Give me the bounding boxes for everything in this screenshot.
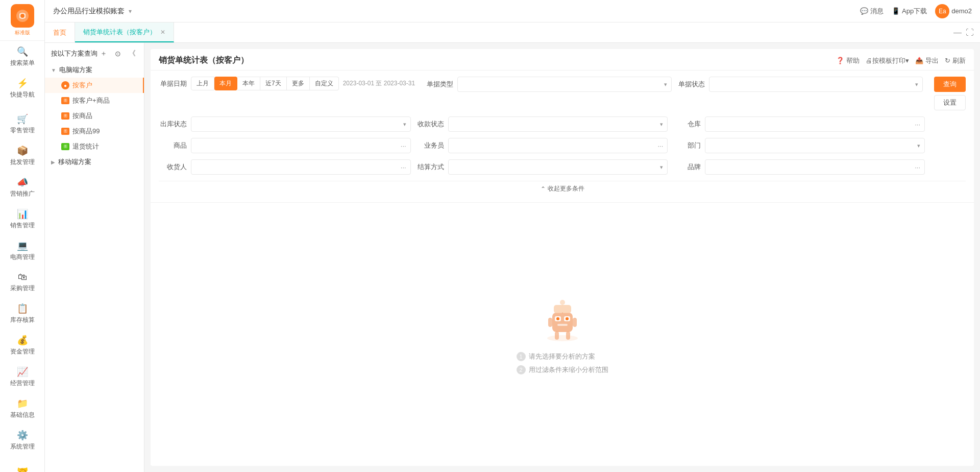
- add-scheme-btn[interactable]: ＋: [98, 48, 109, 59]
- tip-num-2: 2: [517, 365, 526, 374]
- scheme-item-return-stat[interactable]: 图 退货统计: [45, 139, 144, 154]
- date-this-month[interactable]: 本月: [214, 77, 237, 90]
- scheme-item-by-goods-99[interactable]: 图 按商品99: [45, 124, 144, 139]
- export-btn[interactable]: 📤 导出: [915, 56, 939, 65]
- sidebar-item-purchase[interactable]: 🛍 采购管理: [0, 267, 44, 298]
- goods-select[interactable]: ···: [191, 138, 411, 153]
- home-tab-label: 首页: [53, 28, 66, 37]
- sidebar-item-retail[interactable]: 🛒 零售管理: [0, 108, 44, 140]
- filter-item-receiver: 收货人 ···: [159, 159, 411, 175]
- brand-control: ···: [705, 159, 925, 175]
- scheme-item-by-customer-goods[interactable]: 图 按客户+商品: [45, 93, 144, 108]
- page-title-actions: ❓ 帮助 🖨 按模板打印 ▾ 📤 导出 ↻ 刷新: [836, 56, 966, 65]
- svg-point-6: [556, 317, 559, 320]
- sidebar-item-system[interactable]: ⚙️ 系统管理: [0, 424, 44, 456]
- ecom-icon: 💻: [17, 240, 28, 251]
- refresh-btn[interactable]: ↻ 刷新: [945, 56, 966, 65]
- sidebar-item-finance[interactable]: 💰 资金管理: [0, 329, 44, 361]
- date-this-year[interactable]: 本年: [237, 77, 260, 90]
- print-btn[interactable]: 🖨 按模板打印 ▾: [866, 56, 909, 65]
- sidebar-label-marketing: 营销推广: [10, 190, 35, 198]
- header-dropdown-icon[interactable]: ▾: [129, 8, 132, 15]
- date-last-7[interactable]: 近7天: [260, 77, 287, 90]
- filter-item-order-status: 单据状态 ▾: [677, 77, 923, 92]
- receiver-select[interactable]: ···: [191, 159, 411, 175]
- by-customer-label: 按客户: [72, 81, 92, 90]
- svg-rect-8: [557, 324, 568, 326]
- order-type-select[interactable]: ▾: [457, 77, 671, 92]
- tab-sales-stat[interactable]: 销货单统计表（按客户） ✕: [75, 22, 174, 42]
- page-title: 销货单统计表（按客户）: [159, 55, 249, 66]
- content-area: 销货单统计表（按客户） ❓ 帮助 🖨 按模板打印 ▾ 📤 导出: [151, 49, 974, 466]
- sidebar-label-purchase: 采购管理: [10, 284, 35, 293]
- sidebar-label-inventory: 库存核算: [10, 316, 35, 324]
- by-goods-99-icon: 图: [61, 128, 69, 135]
- maximize-btn[interactable]: ⛶: [966, 28, 974, 37]
- warehouse-select[interactable]: ···: [705, 116, 925, 132]
- retail-icon: 🛒: [17, 113, 28, 125]
- sidebar-item-wholesale[interactable]: 📦 批发管理: [0, 140, 44, 172]
- header: 办公用品行业模拟账套 ▾ 💬 消息 📱 App下载 Ea demo2: [45, 0, 980, 22]
- tab-spacer: [174, 22, 947, 42]
- tab-close-btn[interactable]: ✕: [160, 29, 165, 36]
- scheme-panel-header: 按以下方案查询 ＋ ⊙ 《: [45, 43, 144, 62]
- payment-status-arrow: ▾: [660, 121, 663, 128]
- brand-select[interactable]: ···: [705, 159, 925, 175]
- settings-scheme-btn[interactable]: ⊙: [112, 48, 124, 59]
- brand-label: 品牌: [673, 162, 701, 172]
- date-custom[interactable]: 自定义: [310, 77, 339, 90]
- sidebar-item-quick-nav[interactable]: ⚡ 快捷导航: [0, 73, 44, 104]
- sidebar-label-sales: 销售管理: [10, 221, 35, 230]
- sidebar-item-inventory[interactable]: 📋 库存核算: [0, 298, 44, 329]
- scheme-item-by-goods[interactable]: 图 按商品: [45, 108, 144, 124]
- tab-bar: 首页 销货单统计表（按客户） ✕ — ⛶: [45, 22, 980, 43]
- scheme-group-mobile-header[interactable]: ▶ 移动端方案: [45, 154, 144, 170]
- payment-status-select[interactable]: ▾: [448, 116, 668, 132]
- order-status-select[interactable]: ▾: [709, 77, 923, 92]
- date-more[interactable]: 更多: [287, 77, 310, 90]
- scheme-item-by-customer[interactable]: ● 按客户: [45, 78, 144, 93]
- basic-icon: 📁: [17, 398, 28, 409]
- settlement-select[interactable]: ▾: [448, 159, 668, 175]
- date-last-month[interactable]: 上月: [191, 77, 214, 90]
- by-goods-label: 按商品: [72, 111, 92, 121]
- print-label: 按模板打印: [872, 56, 905, 65]
- help-btn[interactable]: ❓ 帮助: [836, 56, 860, 65]
- main-content: 办公用品行业模拟账套 ▾ 💬 消息 📱 App下载 Ea demo2 首页 销货…: [45, 0, 980, 472]
- finance-icon: 💰: [17, 335, 28, 346]
- user-name: demo2: [951, 7, 972, 15]
- stock-status-select[interactable]: ▾: [191, 116, 411, 132]
- sidebar-item-ops[interactable]: 📈 经营管理: [0, 361, 44, 393]
- order-type-label: 单据类型: [425, 80, 453, 89]
- sidebar-label-finance: 资金管理: [10, 347, 35, 356]
- minimize-btn[interactable]: —: [953, 28, 962, 37]
- settings-button[interactable]: 设置: [934, 95, 966, 110]
- scheme-group-desktop-header[interactable]: ▼ 电脑端方案: [45, 62, 144, 78]
- user-profile-btn[interactable]: Ea demo2: [935, 4, 972, 18]
- svg-rect-9: [548, 318, 552, 327]
- sidebar-item-basic[interactable]: 📁 基础信息: [0, 393, 44, 424]
- department-select[interactable]: ▾: [705, 138, 925, 153]
- message-btn[interactable]: 💬 消息: [860, 7, 884, 16]
- tab-home[interactable]: 首页: [45, 22, 75, 42]
- collapse-scheme-btn[interactable]: 《: [127, 48, 138, 59]
- svg-rect-12: [566, 332, 570, 340]
- settlement-label: 结算方式: [416, 162, 444, 172]
- corp-icon: 🤝: [17, 465, 28, 472]
- page-title-bar: 销货单统计表（按客户） ❓ 帮助 🖨 按模板打印 ▾ 📤 导出: [151, 49, 974, 70]
- salesperson-control: ···: [448, 138, 668, 153]
- goods-ellipsis: ···: [401, 142, 406, 150]
- salesperson-select[interactable]: ···: [448, 138, 668, 153]
- sidebar-item-ecom[interactable]: 💻 电商管理: [0, 235, 44, 267]
- sidebar-item-corp[interactable]: 🤝 企业协同: [0, 460, 44, 472]
- sidebar-item-marketing[interactable]: 📣 营销推广: [0, 172, 44, 203]
- scheme-group-mobile: ▶ 移动端方案: [45, 154, 144, 170]
- sidebar-label-basic: 基础信息: [10, 411, 35, 419]
- filter-item-goods: 商品 ···: [159, 138, 411, 153]
- query-button[interactable]: 查询: [934, 77, 966, 92]
- sidebar-item-search[interactable]: 🔍 搜索菜单: [0, 41, 44, 73]
- collapse-bar[interactable]: ⌃ 收起更多条件: [159, 181, 966, 196]
- sidebar-item-sales[interactable]: 📊 销售管理: [0, 203, 44, 235]
- app-download-btn[interactable]: 📱 App下载: [892, 7, 927, 16]
- filter-row-4: 收货人 ··· 结算方式 ▾: [159, 159, 966, 175]
